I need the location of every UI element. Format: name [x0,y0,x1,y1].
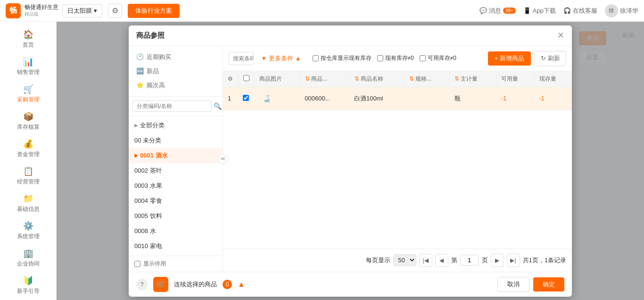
nonzero-available-checkbox[interactable] [420,55,426,61]
confirm-button[interactable]: 确定 [533,277,564,292]
col-name[interactable]: ⇅ 商品名称 [349,71,404,87]
help-button[interactable]: ? [136,279,148,290]
sidebar-item-inventory[interactable]: 📦 库存核算 [0,108,56,135]
category-0002[interactable]: 0002 茶叶 [129,163,223,178]
select-all-checkbox[interactable] [243,75,249,81]
sidebar-item-sales[interactable]: 📊 销售管理 [0,53,56,80]
frequent-btn[interactable]: ⭐ 频次高 [132,78,219,92]
col-code[interactable]: ⇅ 商品... [300,71,349,87]
category-search-input[interactable] [132,100,212,112]
sidebar-item-enterprise[interactable]: 🏢 企业协同 [0,244,56,272]
product-search-bar: 🔍 [229,52,254,65]
category-0008[interactable]: 0008 水 [129,224,223,239]
row-unit: 瓶 [450,87,496,110]
app-download-nav-item[interactable]: 📱 App下载 [523,7,556,15]
row-spec [404,87,449,110]
sidebar-item-purchase[interactable]: 🛒 采购管理 [0,80,56,108]
online-service-nav-item[interactable]: 🎧 在线客服 [563,7,597,15]
sidebar-item-ops[interactable]: 📋 经营管理 [0,162,56,190]
sort-icon-spec: ⇅ [409,75,414,82]
phone-icon: 📱 [523,7,531,14]
settings-button[interactable]: ⚙ [108,4,122,18]
show-disabled-toggle: 显示停用 [129,256,223,272]
active-arrow-icon: ▶ [134,153,138,158]
refresh-icon: ↻ [541,55,546,62]
dialog-close-button[interactable]: ✕ [557,31,564,40]
trial-button[interactable]: 体验行业方案 [128,4,180,18]
category-0010[interactable]: 0010 家电 [129,239,223,254]
product-search-input[interactable] [229,53,254,64]
sidebar-item-home[interactable]: 🏠 首页 [0,25,56,53]
new-icon: 🆕 [136,67,144,75]
category-0005[interactable]: 0005 饮料 [129,208,223,224]
category-all[interactable]: ▶ 全部分类 [129,118,223,133]
per-page-select[interactable]: 50 [393,254,416,266]
modal-overlay: 商品参照 ✕ 🕐 近期购买 🆕 [57,22,644,300]
warehouse-stock-checkbox[interactable] [313,55,319,61]
filter-checkboxes: 按仓库显示现有库存 现有库存≠0 可用库存≠0 [313,54,457,62]
user-profile[interactable]: 徐 徐泽华 [605,4,638,17]
sidebar-item-basic[interactable]: 📁 基础信息 [0,190,56,217]
category-0003[interactable]: 0003 水果 [129,178,223,193]
main-layout: 🏠 首页 📊 销售管理 🛒 采购管理 📦 库存核算 💰 资金管理 📋 经营管理 … [0,22,644,300]
show-disabled-checkbox[interactable] [134,261,140,267]
more-filter-button[interactable]: ▼ 更多条件 ▲ [257,52,305,65]
nav-right: 💬 消息 99+ 📱 App下载 🎧 在线客服 徐 徐泽华 [479,4,638,17]
category-0001[interactable]: ▶ 0001 酒水 [129,148,223,163]
refresh-button[interactable]: ↻ 刷新 [535,51,566,66]
row-checkbox[interactable] [238,87,254,110]
col-img: 商品图片 [254,71,300,87]
category-0004[interactable]: 0004 零食 [129,193,223,208]
first-page-button[interactable]: |◀ [419,254,432,267]
enterprise-icon: 🏢 [23,248,33,258]
chevron-down-icon: ▾ [94,7,97,14]
store-selector[interactable]: 日太阳膜 ▾ [62,4,102,17]
right-panel: 🔍 ▼ 更多条件 ▲ 按仓库显示现有库存 [223,46,572,272]
headset-icon: 🎧 [563,7,571,14]
inventory-icon: 📦 [23,111,33,122]
category-search-icon[interactable]: 🔍 [214,102,222,110]
message-nav-item[interactable]: 💬 消息 99+ [479,7,516,15]
col-spec[interactable]: ⇅ 规格... [404,71,449,87]
sales-icon: 📊 [23,57,33,67]
new-product-btn[interactable]: 🆕 新品 [132,64,219,78]
logo: 畅 畅捷通好生意 精品版 [6,3,62,18]
logo-icon: 畅 [6,3,21,18]
sidebar-item-guide[interactable]: 🔰 新手引导 [0,272,56,299]
basic-icon: 📁 [23,193,33,204]
product-table: ⚙ 商品图片 ⇅ 商品... [223,71,572,110]
category-0000[interactable]: 00 未分类 [129,133,223,148]
nonzero-stock-filter[interactable]: 现有库存≠0 [377,54,414,62]
row-code: 000600... [300,87,349,110]
category-list: ▶ 全部分类 00 未分类 ▶ 0001 酒水 0002 茶 [129,116,223,256]
last-page-button[interactable]: ▶| [507,254,520,267]
cart-icon[interactable]: 🛒 [153,277,168,292]
collapse-panel-button[interactable]: ≪ [218,154,228,164]
next-page-button[interactable]: ▶ [491,254,504,267]
nonzero-stock-checkbox[interactable] [377,55,383,61]
category-search-box: 🔍 [129,97,223,116]
star-icon: ⭐ [136,82,144,89]
sort-icon: ⇅ [305,75,310,82]
top-nav: 畅 畅捷通好生意 精品版 日太阳膜 ▾ ⚙ 体验行业方案 💬 消息 99+ 📱 … [0,0,644,22]
recent-icon: 🕐 [136,53,144,60]
col-settings[interactable]: ⚙ [223,71,238,87]
recent-purchase-btn[interactable]: 🕐 近期购买 [132,50,219,64]
cancel-button[interactable]: 取消 [497,277,529,292]
add-product-button[interactable]: + 新增商品 [488,51,531,66]
chevron-up-icon: ▲ [295,55,301,62]
dialog-body: 🕐 近期购买 🆕 新品 ⭐ 频次高 [129,46,572,272]
table-row[interactable]: 1 🍶 000600... 白酒100ml 瓶 -1 -1 [223,87,572,110]
ops-icon: 📋 [23,166,33,176]
warehouse-stock-filter[interactable]: 按仓库显示现有库存 [313,54,372,62]
page-number-input[interactable] [460,255,479,266]
nav-actions: ⚙ 体验行业方案 [108,4,180,18]
col-stock: 现存量 [534,71,572,87]
col-unit[interactable]: ⇅ 主计量 [450,71,496,87]
nonzero-available-filter[interactable]: 可用库存≠0 [420,54,456,62]
sidebar-item-system[interactable]: ⚙️ 系统管理 [0,217,56,244]
prev-page-button[interactable]: ◀ [435,254,448,267]
purchase-icon: 🛒 [23,84,33,94]
collapse-icon[interactable]: ▲ [238,280,245,289]
sidebar-item-finance[interactable]: 💰 资金管理 [0,135,56,162]
